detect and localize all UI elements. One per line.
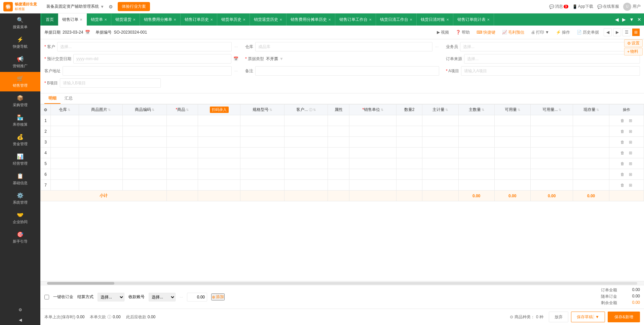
row-available[interactable] [494,169,530,180]
a-project-input[interactable] [461,66,640,76]
tab-close-all-btn[interactable]: ✕ [636,17,643,22]
row-product-code[interactable] [123,115,167,126]
row-attr[interactable] [328,158,349,169]
row-warehouse[interactable] [51,137,79,148]
sidebar-item-enterprise[interactable]: 🤝 企业协同 [0,208,40,228]
row-spec[interactable] [240,158,285,169]
row-delete-btn[interactable]: 🗑 [619,128,626,135]
row-product-code[interactable] [123,126,167,137]
staff-input[interactable] [460,42,640,51]
row-main-unit[interactable] [422,158,458,169]
nav-prev-btn[interactable]: ◀ [604,28,612,36]
row-sales-unit[interactable] [349,158,396,169]
row-product-code[interactable] [123,158,167,169]
row-product-code[interactable] [123,180,167,191]
row-spec[interactable] [240,148,285,158]
save-draft-button[interactable]: 保存草稿 ▼ [571,312,605,322]
tab-sales-order[interactable]: 销售订单 ✕ [58,13,87,26]
row-copy-btn[interactable]: ⊞ [627,128,634,135]
tab-close-sales-return[interactable]: ✕ [104,18,107,22]
row-main-qty[interactable] [458,180,494,191]
one-click-checkbox[interactable] [44,295,49,299]
row-delete-btn[interactable]: 🗑 [619,160,626,167]
tab-sales-order-hist[interactable]: 销售订单历史 ✕ [181,13,217,26]
sort-spec-icon[interactable]: ⇅ [269,108,272,112]
invoice-dropdown-icon[interactable]: ▼ [279,56,283,61]
scroll-thumb[interactable] [47,282,114,285]
tab-close-return-goods-hist[interactable]: ✕ [279,18,282,22]
row-available2[interactable] [530,137,573,148]
tab-return-goods-hist[interactable]: 销货退货历史 ✕ [250,13,287,26]
message-area[interactable]: 💬 消息 9 [549,4,568,9]
customer-ellipsis[interactable]: ··· [234,44,238,49]
row-stock[interactable] [573,115,609,126]
tab-close-sales-stats[interactable]: ✕ [487,18,490,22]
row-main-unit[interactable] [422,126,458,137]
tab-return-goods[interactable]: 销货退货 ✕ [111,13,140,26]
tab-close-sales-order[interactable]: ✕ [80,18,82,22]
row-product-name[interactable] [166,169,198,180]
row-available2[interactable] [530,180,573,191]
row-product-name[interactable] [166,148,198,158]
row-copy-btn[interactable]: ⊞ [627,150,634,156]
payment-method-select[interactable]: 选择... [98,293,124,301]
row-customer-code[interactable] [284,126,328,137]
row-product-image[interactable] [79,169,123,180]
row-attr[interactable] [328,180,349,191]
tab-dropdown-btn[interactable]: ▼ [628,17,635,22]
tab-fee-hist[interactable]: 销售费用分摊单历史 ✕ [287,13,335,26]
row-product-image[interactable] [79,115,123,126]
row-product-image[interactable] [79,137,123,148]
add-payment-btn[interactable]: ⊕ 添加 [211,293,225,300]
row-main-unit[interactable] [422,169,458,180]
sidebar-item-marketing[interactable]: 📢 营销推广 [0,52,40,72]
settings-button[interactable]: ⚙ [107,3,115,11]
row-stock[interactable] [573,126,609,137]
tab-close-order-hist[interactable]: ✕ [210,18,213,22]
ops-btn[interactable]: ⚡ 操作 [554,29,572,36]
row-qty2[interactable] [396,158,422,169]
sidebar-settings-btn[interactable]: ⚙ [0,305,40,315]
chevron-down-icon[interactable]: ▼ [100,4,104,9]
sort-available-icon[interactable]: ⇅ [518,108,520,112]
row-delete-btn[interactable]: 🗑 [619,182,626,189]
row-warehouse[interactable] [51,115,79,126]
row-sales-unit[interactable] [349,115,396,126]
discard-button[interactable]: 放弃 [549,312,568,322]
sidebar-item-system[interactable]: ⚙️ 系统管理 [0,189,40,208]
view-btn[interactable]: ▶ 视频 [435,29,451,36]
row-copy-btn[interactable]: ⊞ [627,182,634,189]
sidebar-item-operations[interactable]: 📊 经营管理 [0,150,40,169]
warehouse-input[interactable] [255,42,432,51]
history-btn[interactable]: 📄 历史单据 [575,29,601,36]
tab-sales-workbench[interactable]: 销售订单工作台 ✕ [335,13,376,26]
row-available[interactable] [494,180,530,191]
sidebar-item-search[interactable]: 🔍 搜索菜单 [0,13,40,33]
row-available[interactable] [494,158,530,169]
sort-main-qty-icon[interactable]: ⇅ [482,108,484,112]
row-available2[interactable] [530,169,573,180]
row-qty2[interactable] [396,115,422,126]
sort-image-icon[interactable]: ⇅ [108,108,111,112]
row-stock[interactable] [573,137,609,148]
row-warehouse[interactable] [51,180,79,191]
tab-summary[interactable]: 汇总 [61,93,77,104]
row-customer-code[interactable] [284,115,328,126]
row-main-unit[interactable] [422,137,458,148]
row-product-image[interactable] [79,158,123,169]
row-attr[interactable] [328,148,349,158]
row-product-code[interactable] [123,169,167,180]
row-main-unit[interactable] [422,148,458,158]
delivery-calendar-icon[interactable]: 📅 [233,56,238,61]
row-main-qty[interactable] [458,115,494,126]
sidebar-item-quick-nav[interactable]: ⚡ 快捷导航 [0,33,40,52]
row-stock[interactable] [573,180,609,191]
tab-sales-fee-split[interactable]: 销售费用分摊单 ✕ [140,13,181,26]
row-product-name[interactable] [166,115,198,126]
sort-name-icon[interactable]: ⇅ [186,108,189,112]
row-product-image[interactable] [79,148,123,158]
tab-sales-return-hist[interactable]: 销货单历史 ✕ [217,13,250,26]
row-spec[interactable] [240,180,285,191]
b-project-input[interactable] [60,78,161,88]
sort-stock-icon[interactable]: ⇅ [596,108,599,112]
